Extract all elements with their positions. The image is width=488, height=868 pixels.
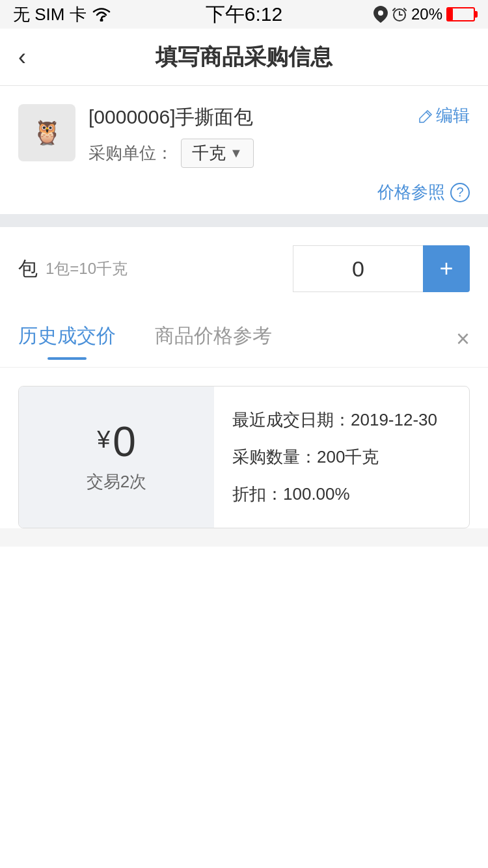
- pkg-sub-text: 1包=10千克: [46, 258, 128, 279]
- purchase-qty-label: 采购数量：: [232, 447, 317, 467]
- price-ref-button[interactable]: 价格参照 ?: [377, 181, 470, 204]
- edit-label: 编辑: [436, 104, 470, 127]
- page-body: [0, 547, 488, 868]
- transaction-card: ¥ 0 交易2次 最近成交日期：2019-12-30 采购数量：200千克 折扣…: [18, 386, 470, 528]
- quantity-label: 包 1包=10千克: [18, 256, 128, 282]
- pkg-text: 包: [18, 256, 38, 282]
- recent-date-label: 最近成交日期：: [232, 410, 351, 429]
- tab-close-button[interactable]: ×: [456, 325, 470, 353]
- price-symbol: ¥: [97, 426, 110, 454]
- recent-date-value: 2019-12-30: [351, 410, 437, 429]
- price-value: 0: [113, 421, 136, 463]
- tabs-panel: 历史成交价 商品价格参考 × ¥ 0 交易2次 最近成交日期：2019-12-3…: [0, 310, 488, 528]
- quantity-input[interactable]: 0: [293, 245, 423, 292]
- dropdown-arrow-icon: ▼: [230, 146, 243, 161]
- product-section: 🦉 [0000006]手撕面包 采购单位： 千克 ▼ 编辑: [0, 86, 488, 214]
- quantity-controls: 0 +: [293, 245, 470, 292]
- price-display: ¥ 0: [97, 421, 136, 463]
- discount-value: 100.00%: [283, 484, 350, 504]
- product-unit-row: 采购单位： 千克 ▼: [88, 139, 419, 168]
- svg-line-5: [393, 8, 395, 10]
- edit-button[interactable]: 编辑: [419, 104, 470, 127]
- trade-count: 交易2次: [87, 470, 146, 493]
- product-thumbnail: 🦉: [18, 104, 75, 161]
- help-icon: ?: [450, 183, 470, 202]
- carrier-text: 无 SIM 卡: [13, 3, 87, 26]
- status-time: 下午6:12: [206, 1, 282, 28]
- unit-label: 采购单位：: [88, 142, 173, 165]
- discount-label: 折扣：: [232, 484, 283, 504]
- product-name: [0000006]手撕面包: [88, 104, 419, 131]
- tabs-left: 历史成交价 商品价格参考: [18, 323, 272, 355]
- wifi-icon: [92, 7, 111, 21]
- unit-select[interactable]: 千克 ▼: [181, 139, 254, 168]
- svg-point-1: [378, 10, 383, 16]
- tabs-header: 历史成交价 商品价格参考 ×: [0, 310, 488, 368]
- product-footer: 价格参照 ?: [18, 181, 470, 214]
- discount-row: 折扣：100.00%: [232, 481, 451, 507]
- quantity-row: 包 1包=10千克 0 +: [0, 227, 488, 310]
- nav-bar: ‹ 填写商品采购信息: [0, 29, 488, 86]
- card-price-section: ¥ 0 交易2次: [19, 387, 214, 528]
- back-button[interactable]: ‹: [18, 44, 26, 71]
- recent-date-row: 最近成交日期：2019-12-30: [232, 407, 451, 433]
- product-info: [0000006]手撕面包 采购单位： 千克 ▼: [88, 104, 419, 168]
- page-title: 填写商品采购信息: [156, 42, 332, 72]
- svg-point-0: [100, 19, 103, 22]
- section-divider: [0, 214, 488, 227]
- tab-history-price[interactable]: 历史成交价: [18, 323, 116, 355]
- price-ref-label: 价格参照: [377, 181, 445, 204]
- quantity-plus-button[interactable]: +: [423, 245, 470, 292]
- purchase-qty-row: 采购数量：200千克: [232, 444, 451, 470]
- status-right: 20%: [373, 5, 475, 23]
- svg-line-6: [404, 8, 406, 10]
- edit-icon: [419, 109, 433, 123]
- product-left: 🦉 [0000006]手撕面包 采购单位： 千克 ▼: [18, 104, 419, 168]
- location-icon: [373, 6, 388, 23]
- purchase-qty-value: 200千克: [317, 447, 379, 467]
- status-left: 无 SIM 卡: [13, 3, 111, 26]
- product-header: 🦉 [0000006]手撕面包 采购单位： 千克 ▼ 编辑: [18, 104, 470, 168]
- tab-product-price-ref[interactable]: 商品价格参考: [155, 323, 272, 355]
- product-logo-icon: 🦉: [33, 119, 62, 146]
- battery-text: 20%: [411, 5, 442, 23]
- card-details-section: 最近成交日期：2019-12-30 采购数量：200千克 折扣：100.00%: [214, 387, 469, 528]
- unit-value: 千克: [192, 142, 226, 165]
- status-bar: 无 SIM 卡 下午6:12 20%: [0, 0, 488, 29]
- battery-icon: [446, 7, 475, 21]
- alarm-icon: [392, 7, 407, 22]
